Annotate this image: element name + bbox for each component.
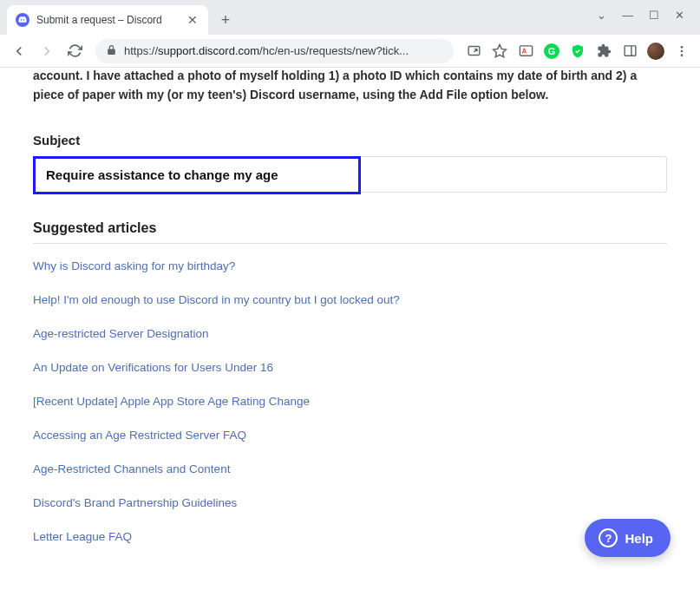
address-bar[interactable]: https://support.discord.com/hc/en-us/req…	[95, 39, 454, 63]
lock-icon	[106, 43, 117, 59]
chrome-menu-icon[interactable]	[671, 40, 693, 62]
subject-label: Subject	[33, 133, 667, 147]
window-minimize-icon[interactable]: —	[622, 9, 633, 22]
tab-title: Submit a request – Discord	[36, 14, 179, 26]
suggested-article-link[interactable]: Age-Restricted Channels and Content	[33, 462, 667, 475]
suggested-article-link[interactable]: Accessing an Age Restricted Server FAQ	[33, 429, 667, 442]
discord-favicon	[16, 13, 29, 27]
help-button-label: Help	[625, 531, 653, 546]
window-close-icon[interactable]: ✕	[675, 9, 684, 22]
share-icon[interactable]	[462, 40, 485, 62]
svg-point-7	[681, 54, 684, 56]
svg-rect-3	[625, 46, 636, 56]
reload-button[interactable]	[62, 39, 87, 63]
subject-value: Require assistance to change my age	[46, 167, 278, 182]
url-text: https://support.discord.com/hc/en-us/req…	[124, 44, 409, 57]
suggested-article-link[interactable]: [Recent Update] Apple App Store Age Rati…	[33, 395, 667, 408]
browser-toolbar: https://support.discord.com/hc/en-us/req…	[0, 35, 700, 68]
side-panel-icon[interactable]	[618, 40, 641, 62]
window-caret-icon[interactable]: ⌄	[597, 9, 606, 22]
suggested-article-link[interactable]: Age-restricted Server Designation	[33, 327, 667, 340]
subject-field-row: Require assistance to change my age	[33, 156, 667, 194]
window-controls: ⌄ — ☐ ✕	[597, 0, 700, 22]
suggested-article-link[interactable]: An Update on Verifications for Users Und…	[33, 361, 667, 374]
help-question-icon: ?	[599, 528, 618, 547]
new-tab-button[interactable]: +	[213, 8, 238, 32]
profile-avatar[interactable]	[644, 40, 667, 62]
extensions-puzzle-icon[interactable]	[592, 40, 615, 62]
attestation-paragraph: address associated with my (or my teen's…	[33, 68, 667, 105]
browser-tab[interactable]: Submit a request – Discord ✕	[7, 5, 208, 35]
svg-rect-0	[468, 47, 480, 56]
subject-input-highlighted[interactable]: Require assistance to change my age	[33, 156, 361, 194]
suggested-articles-heading: Suggested articles	[33, 220, 667, 244]
forward-button[interactable]	[35, 39, 59, 63]
suggested-article-link[interactable]: Discord's Brand Partnership Guidelines	[33, 496, 667, 509]
page-viewport[interactable]: address associated with my (or my teen's…	[0, 68, 700, 616]
svg-point-5	[681, 46, 684, 49]
help-widget-button[interactable]: ? Help	[585, 519, 671, 557]
bookmark-star-icon[interactable]	[488, 40, 511, 62]
suggested-article-link[interactable]: Letter League FAQ	[33, 530, 667, 543]
svg-rect-2	[520, 46, 532, 56]
subject-input-remainder[interactable]	[361, 156, 667, 193]
tab-close-icon[interactable]: ✕	[186, 13, 200, 27]
suggested-article-link[interactable]: Why is Discord asking for my birthday?	[33, 259, 667, 272]
extension-grammarly-icon[interactable]: G	[540, 40, 563, 62]
extension-shield-icon[interactable]	[566, 40, 589, 62]
back-button[interactable]	[7, 39, 31, 63]
suggested-article-link[interactable]: Help! I'm old enough to use Discord in m…	[33, 293, 667, 306]
window-maximize-icon[interactable]: ☐	[649, 9, 659, 22]
svg-marker-1	[494, 44, 507, 56]
browser-titlebar: Submit a request – Discord ✕ + ⌄ — ☐ ✕	[0, 0, 700, 35]
extension-translate-icon[interactable]	[514, 40, 537, 62]
svg-point-6	[681, 49, 684, 52]
suggested-articles-list: Why is Discord asking for my birthday?He…	[33, 259, 667, 543]
